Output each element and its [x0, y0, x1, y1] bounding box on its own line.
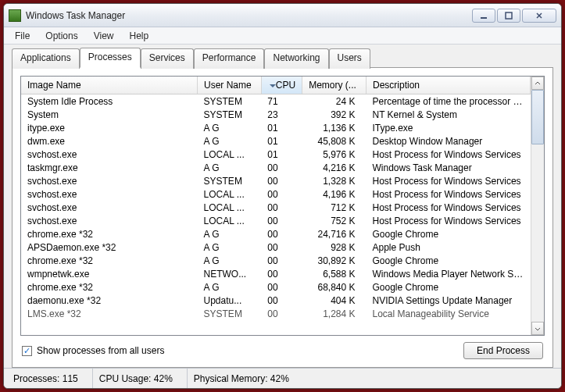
cell-cpu: 00	[261, 161, 302, 174]
cell-memory: 5,976 K	[302, 148, 367, 161]
window-title: Windows Task Manager	[26, 10, 472, 21]
cell-cpu: 00	[261, 241, 302, 254]
table-row[interactable]: svchost.exeLOCAL ...00752 KHost Process …	[21, 214, 531, 227]
close-button[interactable]	[522, 9, 556, 23]
end-process-button[interactable]: End Process	[463, 342, 543, 359]
cell-image-name: chrome.exe *32	[21, 280, 198, 294]
scroll-track[interactable]	[531, 90, 544, 322]
cell-memory: 45,808 K	[302, 134, 367, 148]
chevron-up-icon	[535, 80, 541, 87]
cell-image-name: chrome.exe *32	[21, 227, 198, 241]
maximize-button[interactable]	[497, 9, 520, 23]
scroll-thumb[interactable]	[531, 90, 544, 144]
process-list-content[interactable]: Image Name User Name CPU Memory (... Des…	[21, 77, 531, 335]
cell-description: IType.exe	[367, 121, 531, 134]
column-cpu[interactable]: CPU	[261, 77, 302, 94]
chevron-down-icon	[535, 326, 541, 332]
cell-description: Host Process for Windows Services	[367, 187, 531, 201]
cell-image-name: chrome.exe *32	[21, 254, 198, 267]
table-row[interactable]: SystemSYSTEM23392 KNT Kernel & System	[21, 108, 531, 121]
window-buttons	[472, 9, 556, 23]
table-row[interactable]: dwm.exeA G0145,808 KDesktop Window Manag…	[21, 134, 531, 148]
vertical-scrollbar[interactable]	[531, 77, 544, 335]
menu-help[interactable]: Help	[123, 29, 156, 43]
column-image-name[interactable]: Image Name	[21, 77, 198, 94]
cell-user-name: A G	[198, 280, 262, 294]
table-row[interactable]: itype.exeA G011,136 KIType.exe	[21, 121, 531, 134]
status-cpu: CPU Usage: 42%	[93, 369, 188, 388]
cell-description: Windows Media Player Network Shari...	[367, 267, 531, 280]
table-row[interactable]: svchost.exeSYSTEM001,328 KHost Process f…	[21, 174, 531, 187]
cell-image-name: APSDaemon.exe *32	[21, 241, 198, 254]
cell-user-name: LOCAL ...	[198, 187, 262, 201]
cell-description: Percentage of time the processor is idle	[367, 94, 531, 109]
tab-processes[interactable]: Processes	[80, 48, 141, 68]
table-row[interactable]: chrome.exe *32A G0024,716 KGoogle Chrome	[21, 227, 531, 241]
status-cpu-label: CPU Usage:	[99, 373, 152, 384]
cell-memory: 392 K	[302, 108, 367, 121]
table-row[interactable]: svchost.exeLOCAL ...00712 KHost Process …	[21, 201, 531, 214]
cell-description: Desktop Window Manager	[367, 134, 531, 148]
menu-options[interactable]: Options	[39, 29, 84, 43]
cell-user-name: LOCAL ...	[198, 214, 262, 227]
cell-user-name: A G	[198, 121, 262, 134]
check-icon: ✓	[23, 347, 30, 355]
checkbox-box: ✓	[22, 346, 32, 356]
column-user-name[interactable]: User Name	[198, 77, 262, 94]
status-memory: Physical Memory: 42%	[188, 369, 303, 388]
cell-description: Host Process for Windows Services	[367, 214, 531, 227]
panel-footer: ✓ Show processes from all users End Proc…	[20, 336, 545, 361]
table-row[interactable]: chrome.exe *32A G0068,840 KGoogle Chrome	[21, 280, 531, 294]
minimize-button[interactable]	[472, 9, 495, 23]
maximize-icon	[505, 12, 513, 20]
cell-memory: 68,840 K	[302, 280, 367, 294]
minimize-icon	[480, 12, 488, 20]
table-row[interactable]: wmpnetwk.exeNETWO...006,588 KWindows Med…	[21, 267, 531, 280]
cell-image-name: System	[21, 108, 198, 121]
cell-user-name: SYSTEM	[198, 108, 262, 121]
cell-description: Apple Push	[367, 241, 531, 254]
scroll-up-button[interactable]	[531, 77, 544, 90]
cell-image-name: taskmgr.exe	[21, 161, 198, 174]
titlebar[interactable]: Windows Task Manager	[4, 4, 561, 27]
table-row[interactable]: APSDaemon.exe *32A G00928 KApple Push	[21, 241, 531, 254]
cell-memory: 752 K	[302, 214, 367, 227]
cell-description: Google Chrome	[367, 280, 531, 294]
cell-user-name: A G	[198, 241, 262, 254]
tab-networking[interactable]: Networking	[264, 48, 328, 69]
menu-file[interactable]: File	[9, 29, 36, 43]
cell-memory: 1,136 K	[302, 121, 367, 134]
cell-description: Google Chrome	[367, 227, 531, 241]
column-description[interactable]: Description	[367, 77, 531, 94]
menubar: File Options View Help	[4, 27, 561, 45]
svg-rect-1	[506, 12, 512, 19]
cell-cpu: 00	[261, 227, 302, 241]
cell-image-name: svchost.exe	[21, 214, 198, 227]
table-row[interactable]: svchost.exeLOCAL ...004,196 KHost Proces…	[21, 187, 531, 201]
table-row[interactable]: chrome.exe *32A G0030,892 KGoogle Chrome	[21, 254, 531, 267]
status-processes-value: 115	[63, 373, 78, 384]
cell-user-name: LOCAL ...	[198, 201, 262, 214]
task-manager-window: Windows Task Manager File Options View H…	[3, 3, 562, 389]
show-all-users-checkbox[interactable]: ✓ Show processes from all users	[22, 345, 164, 356]
cell-description: Google Chrome	[367, 254, 531, 267]
cell-image-name: System Idle Process	[21, 94, 198, 109]
tab-performance[interactable]: Performance	[194, 48, 265, 69]
cell-description: Windows Task Manager	[367, 161, 531, 174]
table-row[interactable]: taskmgr.exeA G004,216 KWindows Task Mana…	[21, 161, 531, 174]
tab-users[interactable]: Users	[329, 48, 370, 69]
tab-services[interactable]: Services	[141, 48, 194, 69]
column-memory[interactable]: Memory (...	[302, 77, 367, 94]
table-row[interactable]: svchost.exeLOCAL ...015,976 KHost Proces…	[21, 148, 531, 161]
scroll-down-button[interactable]	[531, 322, 544, 335]
table-row[interactable]: System Idle ProcessSYSTEM7124 KPercentag…	[21, 94, 531, 109]
cell-user-name: Updatu...	[198, 294, 262, 307]
cell-user-name: SYSTEM	[198, 174, 262, 187]
menu-view[interactable]: View	[88, 29, 120, 43]
cell-image-name: LMS.exe *32	[21, 307, 198, 320]
cell-cpu: 01	[261, 134, 302, 148]
tab-applications[interactable]: Applications	[12, 48, 80, 69]
table-row[interactable]: LMS.exe *32SYSTEM001,284 KLocal Manageab…	[21, 307, 531, 320]
table-row[interactable]: daemonu.exe *32Updatu...00404 KNVIDIA Se…	[21, 294, 531, 307]
cell-description: Host Process for Windows Services	[367, 148, 531, 161]
